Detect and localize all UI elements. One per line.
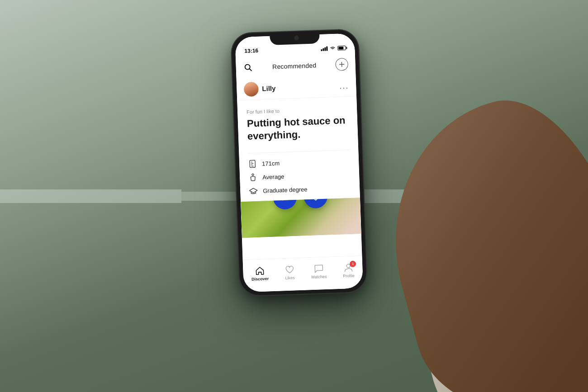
- stat-education: Graduate degree: [249, 184, 351, 195]
- graduation-icon: [249, 187, 258, 195]
- profile-badge: 1: [350, 260, 356, 267]
- hand-background: [362, 79, 588, 392]
- phone-screen: 13:16: [235, 33, 363, 292]
- main-content: For fun I like to Putting hot sauce on e…: [237, 96, 361, 238]
- signal-bars: [321, 46, 327, 51]
- stat-education-value: Graduate degree: [263, 186, 308, 194]
- signal-bar-3: [324, 47, 326, 51]
- app-header: Recommended: [236, 53, 356, 79]
- prompt-label: For fun I like to: [247, 106, 348, 115]
- likes-icon: [285, 264, 295, 275]
- search-icon[interactable]: [243, 62, 253, 73]
- svg-line-1: [250, 69, 251, 71]
- prompt-text: Putting hot sauce on everything.: [247, 114, 349, 142]
- photo-strip: [241, 198, 361, 238]
- phone: 13:16: [231, 29, 367, 296]
- front-camera: [294, 36, 299, 40]
- nav-likes[interactable]: Likes: [285, 264, 295, 280]
- add-button[interactable]: [335, 58, 348, 71]
- nav-matches-label: Matches: [311, 274, 327, 279]
- like-button[interactable]: [303, 198, 328, 208]
- svg-rect-4: [250, 160, 256, 167]
- person-icon: 1: [343, 262, 354, 273]
- chat-icon: [313, 264, 324, 274]
- home-icon: [255, 265, 265, 276]
- svg-point-9: [252, 174, 254, 175]
- phone-notch: [270, 31, 320, 45]
- wifi-icon: [329, 46, 336, 51]
- stat-body-value: Average: [262, 173, 285, 180]
- signal-bar-4: [326, 46, 327, 51]
- profile-name: Lilly: [262, 85, 276, 93]
- body-icon: [249, 173, 257, 182]
- stat-body: Average: [249, 170, 350, 182]
- nav-likes-label: Likes: [285, 275, 295, 280]
- bottom-nav: Discover Likes: [243, 255, 363, 292]
- ruler-icon: [248, 160, 257, 168]
- fun-section: For fun I like to Putting hot sauce on e…: [237, 96, 358, 147]
- nav-profile-label: Profile: [343, 273, 355, 278]
- bg-element-top-left: [0, 189, 181, 203]
- nav-discover-label: Discover: [251, 276, 269, 281]
- avatar-image: [244, 81, 259, 96]
- nav-profile[interactable]: 1 Profile: [342, 262, 355, 278]
- divider: [248, 150, 349, 154]
- more-options-button[interactable]: ...: [339, 81, 349, 90]
- stat-height-value: 171cm: [262, 160, 280, 167]
- nav-discover[interactable]: Discover: [251, 265, 269, 281]
- signal-bar-1: [321, 49, 322, 51]
- status-time: 13:16: [244, 47, 258, 54]
- battery-icon: [337, 46, 346, 51]
- avatar[interactable]: [244, 81, 259, 96]
- nav-matches[interactable]: Matches: [311, 263, 327, 279]
- status-icons: [321, 45, 346, 52]
- signal-bar-2: [322, 48, 324, 51]
- recommended-title: Recommended: [272, 61, 317, 70]
- stat-height: 171cm: [248, 156, 350, 168]
- scene: 13:16: [0, 0, 588, 392]
- svg-marker-10: [249, 188, 257, 193]
- app-content: 13:16: [235, 33, 363, 292]
- battery-fill: [338, 47, 343, 49]
- profile-info: Lilly: [244, 81, 276, 96]
